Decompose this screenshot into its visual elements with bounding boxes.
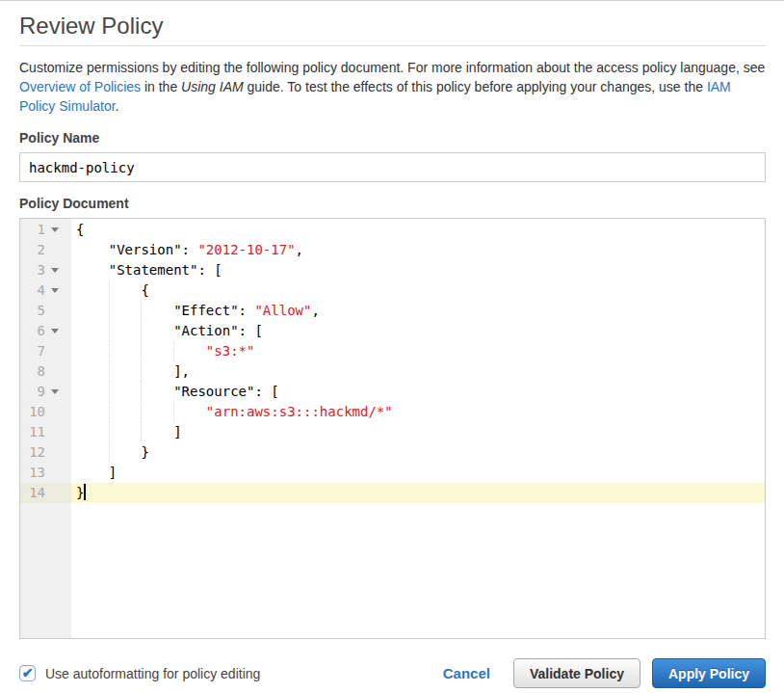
json-string-value: "2012-10-17" <box>197 242 295 257</box>
code-line[interactable]: "arn:aws:s3:::hackmd/*" <box>71 402 765 422</box>
line-number: 13 <box>29 465 45 480</box>
code-line[interactable]: ], <box>71 361 765 382</box>
line-number: 2 <box>38 242 45 257</box>
json-text: ] <box>76 424 182 440</box>
intro-part3: guide. To test the effects of this polic… <box>244 79 707 94</box>
cancel-link[interactable]: Cancel <box>443 665 490 681</box>
autoformat-label: Use autoformatting for policy editing <box>45 666 260 681</box>
code-line[interactable]: } <box>71 483 765 503</box>
checkmark-icon: ✔ <box>22 666 34 680</box>
gutter-line-number: 12 <box>20 442 71 463</box>
autoformat-option[interactable]: ✔ Use autoformatting for policy editing <box>19 665 260 681</box>
line-number: 7 <box>38 343 45 359</box>
title-divider <box>19 45 766 46</box>
code-line[interactable]: "s3:*" <box>71 341 765 361</box>
review-policy-page: Review Policy Customize permissions by e… <box>0 1 784 688</box>
json-string-value: "s3:*" <box>206 343 255 359</box>
json-text: "Version": <box>76 242 197 257</box>
json-text: "Resource": [ <box>76 384 279 399</box>
code-line[interactable]: ] <box>71 422 765 442</box>
code-line[interactable]: { <box>71 280 765 301</box>
code-line[interactable]: "Effect": "Allow", <box>71 301 765 321</box>
line-number: 4 <box>38 282 45 298</box>
line-number: 1 <box>38 222 45 237</box>
json-text: , <box>311 303 319 318</box>
json-text: "Statement": [ <box>76 262 222 278</box>
fold-arrow-icon[interactable] <box>51 389 59 394</box>
code-line[interactable]: { <box>71 220 765 240</box>
fold-arrow-icon[interactable] <box>51 227 59 232</box>
line-number: 3 <box>38 262 45 278</box>
gutter-line-number: 5 <box>20 301 71 321</box>
line-number: 6 <box>38 323 45 338</box>
intro-part4: . <box>116 98 119 114</box>
gutter-line-number: 6 <box>20 321 71 341</box>
line-number: 11 <box>29 424 45 440</box>
json-text: ], <box>76 363 190 379</box>
gutter-line-number: 11 <box>20 422 71 442</box>
validate-policy-button[interactable]: Validate Policy <box>513 658 640 688</box>
json-text: , <box>296 242 303 257</box>
fold-arrow-icon[interactable] <box>51 268 59 273</box>
json-text: ] <box>76 465 117 480</box>
page-title: Review Policy <box>19 13 766 39</box>
policy-document-editor[interactable]: 1234567891011121314 { "Version": "2012-1… <box>19 218 766 639</box>
intro-part2: in the <box>141 79 181 94</box>
policy-name-input[interactable] <box>19 152 766 182</box>
gutter-line-number: 13 <box>20 463 71 483</box>
intro-italic-using-iam: Using IAM <box>181 79 244 94</box>
editor-gutter: 1234567891011121314 <box>20 219 71 638</box>
footer-bar: ✔ Use autoformatting for policy editing … <box>19 658 766 688</box>
code-line[interactable]: "Version": "2012-10-17", <box>71 240 765 260</box>
gutter-line-number: 7 <box>20 341 71 361</box>
policy-name-label: Policy Name <box>19 130 766 146</box>
json-text: { <box>76 222 84 237</box>
gutter-line-number: 4 <box>20 280 71 301</box>
code-line[interactable]: "Action": [ <box>71 321 765 341</box>
json-text: "Action": [ <box>76 323 263 338</box>
footer-actions: Cancel Validate Policy Apply Policy <box>443 658 766 688</box>
code-line[interactable]: "Resource": [ <box>71 382 765 402</box>
line-number: 14 <box>29 485 45 500</box>
policy-document-label: Policy Document <box>19 196 766 211</box>
gutter-line-number: 8 <box>20 361 71 382</box>
json-text: } <box>76 444 149 460</box>
line-number: 12 <box>29 444 45 460</box>
autoformat-checkbox[interactable]: ✔ <box>19 665 36 681</box>
fold-arrow-icon[interactable] <box>51 288 59 293</box>
json-text: } <box>76 485 84 500</box>
line-number: 9 <box>38 384 45 399</box>
json-text <box>76 404 206 419</box>
intro-text: Customize permissions by editing the fol… <box>19 58 766 116</box>
apply-policy-button[interactable]: Apply Policy <box>652 658 766 688</box>
gutter-line-number: 1 <box>20 220 71 240</box>
json-string-value: "Allow" <box>254 303 311 318</box>
editor-code-area[interactable]: { "Version": "2012-10-17", "Statement": … <box>71 219 765 638</box>
json-text <box>76 343 206 359</box>
json-string-value: "arn:aws:s3:::hackmd/*" <box>206 404 393 419</box>
gutter-line-number: 9 <box>20 382 71 402</box>
overview-of-policies-link[interactable]: Overview of Policies <box>19 79 141 94</box>
line-number: 8 <box>38 363 45 379</box>
gutter-line-number: 2 <box>20 240 71 260</box>
code-line[interactable]: } <box>71 442 765 463</box>
code-line[interactable]: ] <box>71 463 765 483</box>
code-line[interactable]: "Statement": [ <box>71 260 765 280</box>
text-cursor <box>84 484 86 500</box>
json-text: "Effect": <box>76 303 254 318</box>
gutter-line-number: 10 <box>20 402 71 422</box>
line-number: 5 <box>38 303 45 318</box>
gutter-line-number: 3 <box>20 260 71 280</box>
json-text: { <box>76 282 149 298</box>
fold-arrow-icon[interactable] <box>51 329 59 333</box>
intro-part1: Customize permissions by editing the fol… <box>19 60 765 75</box>
line-number: 10 <box>29 404 45 419</box>
gutter-line-number: 14 <box>20 483 71 503</box>
